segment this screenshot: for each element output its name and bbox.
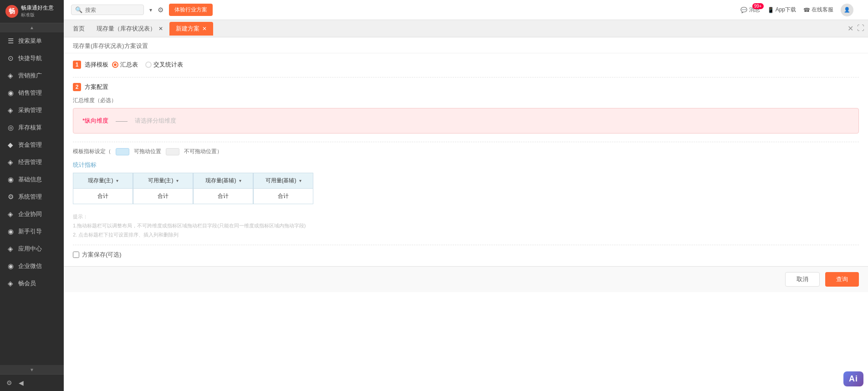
sidebar-item-appcenter[interactable]: ◈ 应用中心 [0, 240, 64, 257]
fixed-label: 不可拖动位置） [184, 148, 222, 155]
sidebar-item-label: 企业协同 [18, 210, 42, 218]
stat-col-0-header[interactable]: 现存量(主) ▾ [73, 173, 133, 189]
dimension-box[interactable]: *纵向维度 —— 请选择分组维度 [73, 108, 859, 134]
divider3 [73, 245, 859, 245]
sidebar-item-label: 企业微信 [18, 262, 42, 270]
app-logo-icon: 畅 [5, 5, 18, 18]
sidebar-item-inventory[interactable]: ◎ 库存核算 [0, 119, 64, 136]
dimension-label: 汇总维度（必选） [73, 97, 859, 104]
section-scheme-config: 2 方案配置 汇总维度（必选） *纵向维度 —— 请选择分组维度 [73, 83, 859, 134]
sidebar-item-label: 快捷导航 [18, 54, 42, 62]
col-chevron-2[interactable]: ▾ [239, 178, 241, 183]
stat-col-1: 可用量(主) ▾ 合计 [133, 173, 193, 204]
section-choose-template: 1 选择模板 汇总表 交叉统计表 [73, 61, 859, 69]
template-radio-group: 汇总表 交叉统计表 [112, 61, 183, 69]
sidebar-item-guide[interactable]: ◉ 新手引导 [0, 223, 64, 240]
sidebar-item-operations[interactable]: ◈ 经营管理 [0, 154, 64, 171]
system-icon: ⚙ [6, 193, 15, 201]
sidebar-item-label: 经营管理 [18, 158, 42, 166]
divider2 [73, 142, 859, 142]
section-statistics: 统计指标 现存量(主) ▾ 合计 可用量(主) [73, 161, 859, 204]
window-close-icon[interactable]: ✕ [848, 24, 853, 33]
save-option-row: 方案保存(可选) [73, 251, 859, 259]
topbar-right: 💬 消息 99+ 📱 App下载 ☎ 在线客服 👤 [740, 4, 861, 16]
sidebar-item-enterprise[interactable]: ◈ 企业协同 [0, 206, 64, 223]
col-chevron-3[interactable]: ▾ [299, 178, 301, 183]
search-box[interactable]: 🔍 [71, 5, 144, 15]
enterprise-icon: ◈ [6, 210, 15, 218]
topbar-dropdown-icon[interactable]: ▾ [149, 7, 152, 13]
radio-cross-table[interactable]: 交叉统计表 [145, 61, 183, 69]
stat-col-3: 可用量(基辅) ▾ 合计 [253, 173, 313, 204]
collapse-sidebar-icon[interactable]: ◀ [19, 379, 24, 386]
stat-col-3-header[interactable]: 可用量(基辅) ▾ [254, 173, 313, 189]
tabs-bar: 首页 现存量（库存状况表） ✕ 新建方案 ✕ ✕ ⛶ [64, 20, 868, 37]
sidebar-item-member[interactable]: ◈ 畅会员 [0, 275, 64, 292]
member-icon: ◈ [6, 279, 15, 288]
sidebar-item-label: 畅会员 [18, 279, 36, 288]
settings-icon[interactable]: ⚙ [6, 379, 12, 386]
section1-title: 选择模板 [85, 61, 108, 69]
message-button[interactable]: 💬 消息 99+ [740, 6, 760, 14]
message-badge: 99+ [752, 3, 764, 9]
tab-home[interactable]: 首页 [67, 22, 90, 36]
stat-section-label: 统计指标 [73, 161, 859, 169]
sidebar-item-label: 库存核算 [18, 123, 42, 132]
app-edition: 标准版 [21, 12, 54, 18]
wechat-icon: ◉ [6, 262, 15, 270]
ai-badge[interactable]: Ai [843, 371, 863, 386]
fixed-indicator-box [166, 148, 179, 155]
sales-icon: ◉ [6, 89, 15, 97]
sidebar-item-purchase[interactable]: ◈ 采购管理 [0, 102, 64, 119]
stat-col-0-body: 合计 [73, 189, 133, 204]
sidebar-item-search[interactable]: ☰ 搜索菜单 [0, 32, 64, 50]
stat-col-1-header[interactable]: 可用量(主) ▾ [133, 173, 193, 189]
appcenter-icon: ◈ [6, 245, 15, 253]
tab-new-scheme[interactable]: 新建方案 ✕ [169, 22, 213, 36]
sidebar-item-quicknav[interactable]: ⊙ 快捷导航 [0, 50, 64, 67]
finance-icon: ◆ [6, 141, 15, 149]
sidebar-item-basic-info[interactable]: ◉ 基础信息 [0, 171, 64, 188]
tab-close-icon[interactable]: ✕ [158, 26, 163, 32]
section2-title: 方案配置 [85, 83, 108, 91]
section1-num: 1 [73, 61, 81, 69]
purchase-icon: ◈ [6, 106, 15, 114]
tab-new-close-icon[interactable]: ✕ [202, 26, 207, 32]
window-expand-icon[interactable]: ⛶ [857, 24, 864, 33]
user-avatar[interactable]: 👤 [841, 4, 853, 16]
stat-col-3-body: 合计 [254, 189, 313, 204]
radio-summary-table[interactable]: 汇总表 [112, 61, 138, 69]
stat-col-2-header[interactable]: 现存量(基辅) ▾ [194, 173, 253, 189]
app-download-button[interactable]: 📱 App下载 [767, 6, 796, 14]
dimension-placeholder: 请选择分组维度 [135, 117, 176, 125]
sidebar-item-label: 系统管理 [18, 193, 42, 201]
message-icon: 💬 [740, 7, 747, 13]
col-chevron-0[interactable]: ▾ [116, 178, 118, 183]
tab-inventory-status[interactable]: 现存量（库存状况表） ✕ [90, 22, 169, 36]
col-chevron-1[interactable]: ▾ [176, 178, 179, 183]
cancel-button[interactable]: 取消 [785, 272, 820, 287]
sidebar-scroll-down[interactable]: ▼ [0, 365, 64, 374]
search-input[interactable] [85, 7, 140, 13]
sidebar-item-label: 营销推广 [18, 72, 42, 80]
sidebar-item-marketing[interactable]: ◈ 营销推广 [0, 67, 64, 84]
sidebar-item-label: 应用中心 [18, 245, 42, 253]
topbar-gear-icon[interactable]: ⚙ [158, 6, 163, 14]
tip-header: 提示： [73, 212, 859, 221]
sidebar-footer: ⚙ ◀ [0, 374, 64, 391]
sidebar-item-sales[interactable]: ◉ 销售管理 [0, 84, 64, 102]
sidebar-item-system[interactable]: ⚙ 系统管理 [0, 188, 64, 206]
tip-1: 1.拖动标题栏可以调整布局，不可跨维度或指标区域拖动栏目字段(只能在同一维度或指… [73, 221, 859, 231]
query-button[interactable]: 查询 [825, 272, 859, 287]
topbar: 🔍 ▾ ⚙ 体验行业方案 💬 消息 99+ 📱 App下载 ☎ 在线客服 👤 [64, 0, 868, 20]
save-checkbox[interactable] [73, 252, 79, 258]
trial-industry-button[interactable]: 体验行业方案 [169, 4, 213, 16]
sidebar-scroll-up[interactable]: ▲ [0, 23, 64, 32]
online-service-button[interactable]: ☎ 在线客服 [803, 6, 833, 14]
inventory-icon: ◎ [6, 123, 15, 132]
sidebar-item-wechat[interactable]: ◉ 企业微信 [0, 257, 64, 275]
footer-bar: 取消 查询 [64, 266, 868, 292]
sidebar-item-finance[interactable]: ◆ 资金管理 [0, 136, 64, 154]
app-name: 畅康通好生意 [21, 5, 54, 12]
content-area: 现存量(库存状况表)方案设置 1 选择模板 汇总表 交叉统计表 [64, 37, 868, 391]
